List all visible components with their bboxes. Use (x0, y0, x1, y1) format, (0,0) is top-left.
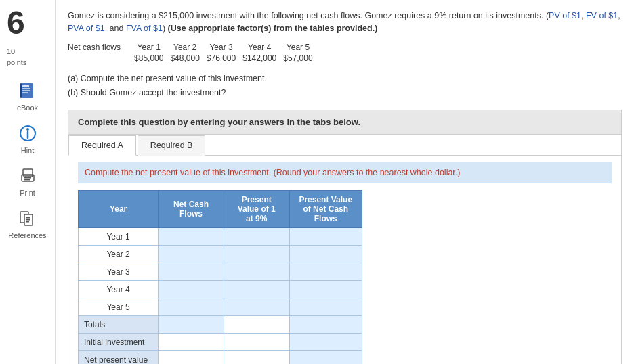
references-tool[interactable]: References (8, 208, 46, 240)
cf-year2-header: Year 2 (170, 42, 206, 53)
input-field-pv-year3[interactable] (227, 267, 287, 277)
pva-link[interactable]: PVA of $1 (68, 24, 105, 33)
empty-pv-totals (224, 316, 289, 334)
question-text-part1: Gomez is considering a $215,000 investme… (68, 11, 549, 20)
svg-rect-18 (26, 221, 29, 223)
references-icon (16, 208, 38, 229)
compute-instruction-note: (Round your answers to the nearest whole… (274, 168, 461, 177)
svg-rect-16 (26, 217, 30, 219)
complete-banner-text: Complete this question by entering your … (78, 117, 360, 127)
row-label-year4: Year 4 (79, 281, 158, 298)
ebook-tool[interactable]: eBook (17, 80, 39, 112)
input-field-pvncf-year1[interactable] (293, 232, 359, 242)
col-header-pv: PresentValue of 1at 9% (224, 191, 289, 228)
sidebar-tools: eBook Hint (0, 80, 55, 240)
col-header-year: Year (79, 191, 158, 228)
input-pvncf-year2[interactable] (289, 246, 362, 263)
cf-val1: $85,000 (134, 53, 170, 64)
input-field-pvncf-totals[interactable] (293, 320, 359, 329)
input-field-pv-year2[interactable] (227, 250, 287, 259)
fv-link[interactable]: FV of $1 (586, 11, 618, 20)
input-ncf-totals[interactable] (158, 316, 224, 334)
part-a: (a) Compute the net present value of thi… (68, 72, 622, 86)
input-field-ncf-year3[interactable] (161, 267, 221, 277)
table-row-year2: Year 2 (79, 246, 362, 263)
input-field-pvncf-year5[interactable] (293, 302, 359, 312)
table-row-totals: Totals (79, 316, 362, 334)
compute-instruction-text: Compute the net present value of this in… (85, 168, 271, 177)
input-ncf-year3[interactable] (158, 263, 224, 281)
page-container: 6 10 points eBook (0, 0, 634, 364)
input-pvncf-year4[interactable] (289, 281, 362, 298)
ebook-icon (17, 80, 39, 101)
hint-tool[interactable]: Hint (17, 122, 39, 154)
row-label-initial: Initial investment (79, 334, 158, 351)
input-pv-year2[interactable] (224, 246, 289, 263)
part-questions: (a) Compute the net present value of thi… (68, 72, 622, 101)
input-pv-year5[interactable] (224, 298, 289, 316)
input-field-pvncf-year2[interactable] (293, 250, 359, 259)
cf-label-empty (68, 53, 134, 64)
input-field-ncf-year2[interactable] (161, 250, 221, 259)
input-pvncf-npv[interactable] (289, 351, 362, 365)
input-ncf-year2[interactable] (158, 246, 224, 263)
empty-pv-npv (224, 351, 289, 365)
tab-required-b[interactable]: Required B (138, 135, 206, 156)
tabs-area: Required A Required B Compute the net pr… (68, 135, 622, 364)
empty-pv-initial (224, 334, 289, 351)
row-label-npv: Net present value (79, 351, 158, 365)
ebook-label: eBook (17, 104, 38, 112)
input-ncf-year1[interactable] (158, 228, 224, 246)
row-label-totals: Totals (79, 316, 158, 334)
input-field-ncf-year4[interactable] (161, 285, 221, 294)
input-field-pvncf-year4[interactable] (293, 285, 359, 294)
cash-flows-table: Net cash flows Year 1 Year 2 Year 3 Year… (68, 42, 320, 64)
input-field-pvncf-year3[interactable] (293, 267, 359, 277)
question-text: Gomez is considering a $215,000 investme… (68, 9, 622, 35)
input-field-pvncf-npv[interactable] (293, 355, 359, 365)
input-field-pv-year5[interactable] (227, 302, 287, 312)
cf-year1-header: Year 1 (134, 42, 170, 53)
input-field-ncf-totals[interactable] (161, 320, 221, 329)
input-field-pv-year1[interactable] (227, 232, 287, 242)
input-field-pvncf-initial[interactable] (293, 338, 359, 347)
input-pvncf-year1[interactable] (289, 228, 362, 246)
points-value: points (0, 58, 26, 66)
input-pvncf-initial[interactable] (289, 334, 362, 351)
row-label-year1: Year 1 (79, 228, 158, 246)
svg-rect-12 (24, 179, 30, 181)
svg-rect-13 (32, 176, 33, 177)
input-pvncf-year5[interactable] (289, 298, 362, 316)
cf-year4-header: Year 4 (242, 42, 283, 53)
tabs-row: Required A Required B (68, 135, 621, 156)
input-ncf-year5[interactable] (158, 298, 224, 316)
input-pv-year4[interactable] (224, 281, 289, 298)
row-label-year2: Year 2 (79, 246, 158, 263)
input-pv-year3[interactable] (224, 263, 289, 281)
input-pvncf-year3[interactable] (289, 263, 362, 281)
pv-link[interactable]: PV of $1 (549, 11, 581, 20)
fva-link[interactable]: FVA of $1 (126, 24, 163, 33)
input-pv-year1[interactable] (224, 228, 289, 246)
tab-a-content: Compute the net present value of this in… (68, 156, 621, 364)
print-tool[interactable]: Print (17, 165, 39, 197)
col-header-ncf: Net CashFlows (158, 191, 224, 228)
input-field-ncf-year5[interactable] (161, 302, 221, 312)
cf-val2: $48,000 (170, 53, 206, 64)
sidebar: 6 10 points eBook (0, 0, 56, 364)
input-ncf-year4[interactable] (158, 281, 224, 298)
input-field-pv-year4[interactable] (227, 285, 287, 294)
row-label-year3: Year 3 (79, 263, 158, 281)
input-field-ncf-year1[interactable] (161, 232, 221, 242)
tab-required-a[interactable]: Required A (68, 135, 136, 156)
svg-rect-17 (26, 219, 30, 221)
points-label: 10 (0, 47, 15, 55)
table-row-year5: Year 5 (79, 298, 362, 316)
svg-rect-4 (22, 92, 28, 93)
complete-banner: Complete this question by entering your … (68, 110, 622, 135)
col-header-pvncf: Present Valueof Net CashFlows (289, 191, 362, 228)
cf-year3-header: Year 3 (207, 42, 242, 53)
svg-rect-1 (22, 85, 29, 87)
table-row-npv: Net present value (79, 351, 362, 365)
input-pvncf-totals[interactable] (289, 316, 362, 334)
